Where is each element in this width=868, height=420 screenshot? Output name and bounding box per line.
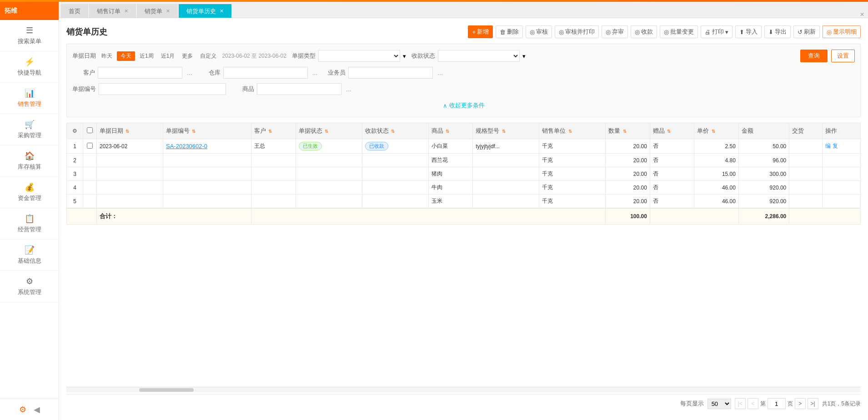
import-button[interactable]: ⬆ 导入 [735, 25, 762, 38]
col-checkbox[interactable] [83, 123, 97, 139]
scrollbar-thumb[interactable] [139, 388, 194, 392]
col-doc-status[interactable]: 单据状态 ⇅ [296, 123, 362, 139]
salesman-input[interactable] [348, 67, 433, 79]
doc-type-select[interactable] [318, 50, 400, 62]
sidebar-item-inventory[interactable]: 🏠 库存核算 [0, 145, 59, 177]
query-label: 查询 [808, 52, 820, 60]
select-all-checkbox[interactable] [87, 127, 93, 133]
print-button[interactable]: 🖨 打印 ▾ [701, 25, 733, 38]
review-button[interactable]: ◎ 审核 [526, 25, 552, 38]
sidebar-item-purchase[interactable]: 🛒 采购管理 [0, 114, 59, 145]
horizontal-scrollbar[interactable] [66, 387, 861, 392]
row-collect-status [362, 195, 428, 209]
row-unit: 千克 [539, 195, 606, 209]
review-print-button[interactable]: ◎ 审核并打印 [555, 25, 599, 38]
col-amount: 金额 [738, 123, 789, 139]
edit-btn[interactable]: 编 [825, 143, 831, 149]
collect-button[interactable]: ◎ 收款 [631, 25, 657, 38]
close-sales-order-icon[interactable]: ✕ [124, 8, 128, 14]
row-docno[interactable] [163, 181, 251, 195]
refresh-icon: ↺ [798, 29, 803, 35]
next-page-btn[interactable]: > [795, 398, 806, 409]
warehouse-ellipsis-btn[interactable]: ... [312, 69, 318, 76]
last-page-btn[interactable]: >| [808, 398, 818, 409]
col-collect-status[interactable]: 收款状态 ⇅ [362, 123, 428, 139]
filter-settings-button[interactable]: 设置 [831, 50, 855, 62]
date-month-btn[interactable]: 近1月 [158, 51, 178, 61]
goods-input[interactable] [257, 83, 341, 95]
row-amount: 920.00 [738, 195, 789, 209]
col-price[interactable]: 单价 ⇅ [694, 123, 739, 139]
salesman-ellipsis-btn[interactable]: ... [437, 69, 443, 76]
docno-input[interactable] [99, 83, 226, 95]
delete-button[interactable]: 🗑 删除 [496, 25, 523, 38]
date-more-btn[interactable]: 更多 [179, 51, 196, 61]
page-size-select[interactable]: 10 20 50 100 [707, 399, 731, 409]
show-detail-button[interactable]: ◎ 显示明细 [823, 25, 861, 38]
date-week-btn[interactable]: 近1周 [137, 51, 156, 61]
col-unit[interactable]: 销售单位 ⇅ [539, 123, 606, 139]
row-docno[interactable] [163, 195, 251, 209]
close-sales-history-icon[interactable]: ✕ [220, 8, 224, 14]
sidebar-item-finance[interactable]: 💰 资金管理 [0, 177, 59, 208]
sidebar-item-sales[interactable]: 📊 销售管理 [0, 83, 59, 114]
row-docno[interactable]: SA-20230602-0 [163, 139, 251, 154]
row-checkbox-cell[interactable] [83, 154, 97, 167]
sidebar-logo: 拓维 [0, 2, 59, 20]
docno-link[interactable]: SA-20230602-0 [166, 143, 207, 150]
row-checkbox-cell[interactable] [83, 139, 97, 154]
sidebar-item-system[interactable]: ⚙ 系统管理 [0, 271, 59, 302]
customer-ellipsis-btn[interactable]: ... [187, 69, 192, 76]
close-sales-delivery-icon[interactable]: ✕ [166, 8, 170, 14]
row-docno[interactable] [163, 154, 251, 167]
tab-close-all-icon[interactable]: ✕ [860, 11, 864, 18]
tab-sales-history[interactable]: 销货单历史 ✕ [179, 4, 231, 18]
filter-row-3: 单据编号 商品 ... [72, 83, 855, 95]
header-row: ⚙ 单据日期 ⇅ 单据编号 ⇅ 客户 [67, 123, 861, 139]
row-checkbox[interactable] [87, 143, 93, 149]
discard-button[interactable]: ◎ 弃审 [602, 25, 628, 38]
page-number-input[interactable] [768, 398, 786, 409]
batch-change-button[interactable]: ◎ 批量变更 [660, 25, 698, 38]
query-button[interactable]: 查询 [800, 50, 828, 62]
row-checkbox-cell[interactable] [83, 167, 97, 181]
customer-input[interactable] [98, 67, 182, 79]
new-button[interactable]: + 新增 [468, 25, 493, 38]
tab-sales-order[interactable]: 销售订单 ✕ [89, 4, 136, 18]
sidebar-item-search[interactable]: ☰ 搜索菜单 [0, 20, 59, 51]
col-settings[interactable]: ⚙ [67, 123, 83, 139]
col-docno[interactable]: 单据编号 ⇅ [163, 123, 251, 139]
prev-page-btn[interactable]: < [748, 398, 758, 409]
goods-ellipsis-btn[interactable]: ... [346, 85, 351, 93]
sidebar-item-quicknav[interactable]: ⚡ 快捷导航 [0, 51, 59, 83]
col-customer[interactable]: 客户 ⇅ [251, 123, 296, 139]
collection-status-select[interactable] [438, 50, 520, 62]
date-yesterday-btn[interactable]: 昨天 [99, 51, 115, 61]
col-price-label: 单价 [697, 127, 709, 134]
collapse-filter-btn[interactable]: ∧ 收起更多条件 [72, 100, 855, 111]
tab-home[interactable]: 首页 [61, 4, 88, 18]
sidebar-item-label: 资金管理 [18, 194, 41, 202]
export-button[interactable]: ⬇ 导出 [764, 25, 791, 38]
refresh-button[interactable]: ↺ 刷新 [793, 25, 820, 38]
date-today-btn[interactable]: 今天 [117, 51, 135, 61]
date-custom-btn[interactable]: 自定义 [197, 51, 219, 61]
row-amount: 920.00 [738, 181, 789, 195]
col-goods[interactable]: 商品 ⇅ [428, 123, 473, 139]
tab-sales-delivery[interactable]: 销货单 ✕ [137, 4, 178, 18]
sidebar-item-operations[interactable]: 📋 经营管理 [0, 208, 59, 240]
row-docno[interactable] [163, 167, 251, 181]
col-date[interactable]: 单据日期 ⇅ [97, 123, 163, 139]
col-spec[interactable]: 规格型号 ⇅ [473, 123, 539, 139]
first-page-btn[interactable]: |< [735, 398, 746, 409]
collapse-sidebar-icon[interactable]: ◀ [34, 405, 40, 415]
settings-icon[interactable]: ⚙ [19, 405, 26, 415]
col-qty[interactable]: 数量 ⇅ [606, 123, 650, 139]
col-gift[interactable]: 赠品 ⇅ [650, 123, 694, 139]
warehouse-input[interactable] [223, 67, 308, 79]
row-checkbox-cell[interactable] [83, 195, 97, 209]
summary-spacer [251, 208, 606, 225]
copy-btn[interactable]: 复 [833, 143, 838, 149]
sidebar-item-base[interactable]: 📝 基础信息 [0, 240, 59, 271]
row-checkbox-cell[interactable] [83, 181, 97, 195]
